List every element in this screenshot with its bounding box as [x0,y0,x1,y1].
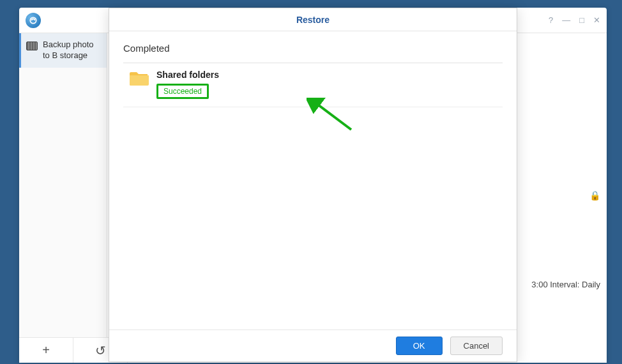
sidebar: Backup photo to B storage [19,33,107,337]
modal-title: Restore [109,8,517,31]
modal-heading: Completed [123,43,503,54]
lock-icon [589,190,600,201]
minimize-icon[interactable]: — [562,15,570,25]
add-task-button[interactable]: + [19,338,73,363]
restore-modal: Restore Completed Shared folders Succeed… [109,8,517,362]
ok-button[interactable]: OK [396,337,443,355]
maximize-icon[interactable]: □ [579,15,584,25]
task-icon [26,42,38,50]
app-icon [26,13,41,28]
schedule-text: 3:00 Interval: Daily [531,280,600,289]
sidebar-item-task[interactable]: Backup photo to B storage [19,33,107,68]
folder-icon [130,70,149,86]
encryption-indicator [589,190,600,201]
result-name: Shared folders [156,70,219,80]
help-icon[interactable]: ? [549,15,553,25]
cancel-button[interactable]: Cancel [450,337,503,355]
status-badge: Succeeded [156,84,209,99]
svg-point-0 [30,17,36,23]
result-row: Shared folders Succeeded [123,63,503,107]
modal-footer: OK Cancel [109,330,517,361]
sidebar-item-label: Backup photo to B storage [43,40,102,61]
close-icon[interactable]: ✕ [593,15,600,25]
